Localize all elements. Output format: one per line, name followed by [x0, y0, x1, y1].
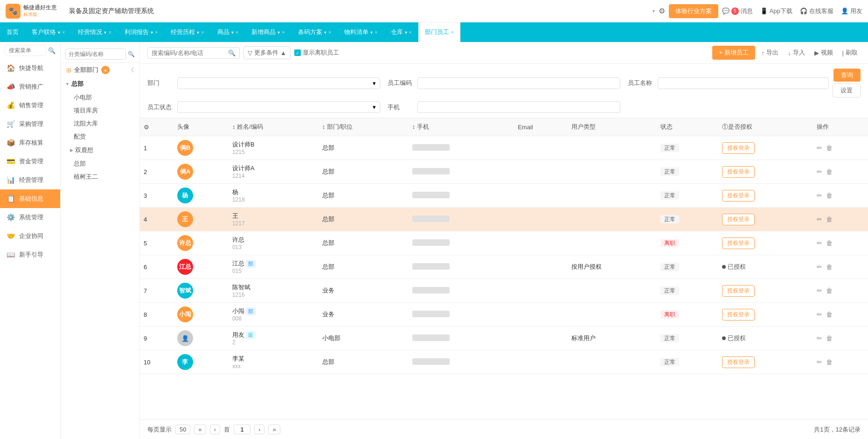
print-button[interactable]: | 刷取	[840, 47, 861, 59]
edit-icon[interactable]: ✏	[817, 192, 822, 199]
dept-node-project[interactable]: 项目库房	[61, 104, 139, 117]
phone-filter-input[interactable]	[417, 101, 620, 113]
dept-node-headquarters[interactable]: ▼ 总部	[61, 77, 139, 91]
export-button[interactable]: ↑ 导出	[759, 47, 782, 59]
tab-close[interactable]: ×	[451, 29, 454, 35]
edit-icon[interactable]: ✏	[817, 216, 822, 223]
employee-search-input[interactable]	[152, 49, 226, 56]
dept-search-input[interactable]	[65, 49, 126, 60]
tab-close[interactable]: ×	[62, 29, 65, 35]
delete-icon[interactable]: 🗑	[826, 334, 833, 342]
delete-icon[interactable]: 🗑	[826, 287, 833, 294]
tab-close[interactable]: ×	[108, 29, 111, 35]
nav-tab-home[interactable]: 首页	[0, 22, 25, 42]
tab-close[interactable]: ×	[328, 29, 331, 35]
authorize-login-btn[interactable]: 授权登录	[722, 356, 755, 368]
dept-node-shuanglu[interactable]: ▶ 双鹿想	[61, 143, 139, 157]
nav-tab-profit[interactable]: 利润报告 ▾ ×	[118, 22, 164, 42]
sidebar-item-system[interactable]: ⚙️ 系统管理	[0, 208, 60, 227]
last-page-btn[interactable]: »	[268, 425, 280, 434]
edit-icon[interactable]: ✏	[817, 263, 822, 271]
view-button[interactable]: ▶ 视频	[812, 47, 836, 59]
delete-icon[interactable]: 🗑	[826, 144, 833, 152]
system-dropdown-arrow[interactable]: ▾	[653, 8, 655, 14]
authorize-login-btn[interactable]: 授权登录	[722, 142, 755, 154]
nav-tab-warehouse[interactable]: 仓库 ▾ ×	[384, 22, 418, 42]
dept-node-distribution[interactable]: 配货	[61, 130, 139, 143]
authorize-login-btn[interactable]: 授权登录	[722, 190, 755, 202]
delete-icon[interactable]: 🗑	[826, 263, 833, 271]
tab-close[interactable]: ×	[236, 29, 238, 35]
empcode-filter-input[interactable]	[417, 77, 620, 89]
settings-icon[interactable]: ⚙	[659, 7, 665, 15]
col-dept[interactable]: ↕ 部门/职位	[319, 118, 409, 136]
show-departed-toggle[interactable]: ✓ 显示离职员工	[294, 49, 339, 57]
col-settings[interactable]: ⚙	[140, 118, 174, 136]
user-avatar-btn[interactable]: 👤 用友	[841, 7, 862, 15]
dept-filter-select[interactable]: ▾	[177, 77, 380, 89]
nav-tab-employees[interactable]: 部门员工 ×	[418, 22, 460, 42]
all-dept-header[interactable]: ⊞ 全部部门 ● 《	[61, 63, 139, 77]
sidebar-item-purchase[interactable]: 🛒 采购管理	[0, 115, 60, 133]
next-page-btn[interactable]: ›	[254, 425, 264, 434]
sidebar-item-sales[interactable]: 💰 销售管理	[0, 96, 60, 115]
sidebar-item-finance[interactable]: 💳 资金管理	[0, 152, 60, 171]
edit-icon[interactable]: ✏	[817, 168, 822, 175]
tab-close[interactable]: ×	[375, 29, 377, 35]
authorize-login-btn[interactable]: 授权登录	[722, 309, 755, 321]
online-support-btn[interactable]: 🎧 在线客服	[800, 7, 833, 15]
edit-icon[interactable]: ✏	[817, 311, 822, 318]
nav-tab-goods[interactable]: 商品 ▾ ×	[211, 22, 245, 42]
delete-icon[interactable]: 🗑	[826, 192, 833, 199]
authorize-login-btn[interactable]: 授权登录	[722, 237, 755, 249]
authorize-login-btn[interactable]: 授权登录	[722, 166, 755, 178]
delete-icon[interactable]: 🗑	[826, 358, 833, 366]
empname-filter-input[interactable]	[658, 77, 829, 89]
sidebar-item-basic[interactable]: 📋 基础信息	[0, 189, 60, 208]
col-phone[interactable]: ↕ 手机	[409, 118, 514, 136]
dept-node-planting[interactable]: 植树王二	[61, 170, 139, 183]
nav-tab-barcode[interactable]: 条码方案 ▾ ×	[292, 22, 338, 42]
delete-icon[interactable]: 🗑	[826, 311, 833, 318]
delete-icon[interactable]: 🗑	[826, 168, 833, 175]
tab-close[interactable]: ×	[155, 29, 158, 35]
per-page-value[interactable]: 50	[175, 425, 190, 434]
dept-node-xiao-dian[interactable]: 小电部	[61, 91, 139, 104]
nav-tab-bom[interactable]: 物料清单 ▾ ×	[338, 22, 384, 42]
tab-close[interactable]: ×	[201, 29, 204, 35]
edit-icon[interactable]: ✏	[817, 334, 822, 342]
first-page-btn[interactable]: «	[194, 425, 206, 434]
authorize-login-btn[interactable]: 授权登录	[722, 285, 755, 297]
collapse-icon[interactable]: 《	[128, 66, 134, 74]
sidebar-item-collab[interactable]: 🤝 企业协同	[0, 227, 60, 245]
dept-node-general[interactable]: 总部	[61, 157, 139, 170]
authorize-login-btn[interactable]: 授权登录	[722, 214, 755, 225]
delete-icon[interactable]: 🗑	[826, 216, 833, 223]
nav-tab-operations[interactable]: 经营情况 ▾ ×	[71, 22, 118, 42]
sidebar-item-guide[interactable]: 📖 新手引导	[0, 245, 60, 264]
edit-icon[interactable]: ✏	[817, 287, 822, 294]
reset-button[interactable]: 设置	[833, 84, 861, 98]
prev-page-btn[interactable]: ‹	[210, 425, 220, 434]
sidebar-item-operations[interactable]: 📊 经营管理	[0, 171, 60, 189]
col-name[interactable]: ↕ 姓名/编码	[229, 118, 319, 136]
nav-tab-history[interactable]: 经营历程 ▾ ×	[164, 22, 210, 42]
notification-btn[interactable]: 💬 5 消息	[722, 7, 753, 15]
edit-icon[interactable]: ✏	[817, 239, 822, 247]
edit-icon[interactable]: ✏	[817, 358, 822, 366]
trial-button[interactable]: 体验行业方案	[669, 4, 718, 18]
page-number-input[interactable]	[234, 425, 250, 434]
sidebar-item-marketing[interactable]: 📣 营销推广	[0, 77, 60, 96]
status-filter-select[interactable]: ▾	[177, 101, 380, 113]
query-button[interactable]: 查询	[833, 69, 861, 82]
app-download-btn[interactable]: 📱 App下载	[760, 7, 792, 15]
nav-tab-new-goods[interactable]: 新增商品 ▾ ×	[245, 22, 291, 42]
tab-close[interactable]: ×	[409, 29, 412, 35]
sidebar-item-inventory[interactable]: 📦 库存核算	[0, 133, 60, 152]
sidebar-item-quicknav[interactable]: 🏠 快捷导航	[0, 59, 60, 77]
dept-node-shenyang[interactable]: 沈阳大库	[61, 117, 139, 130]
edit-icon[interactable]: ✏	[817, 144, 822, 152]
tab-close[interactable]: ×	[282, 29, 285, 35]
add-employee-button[interactable]: + 新增员工	[712, 46, 755, 60]
more-filter-btn[interactable]: ▽ 更多条件 ▲	[243, 46, 291, 59]
